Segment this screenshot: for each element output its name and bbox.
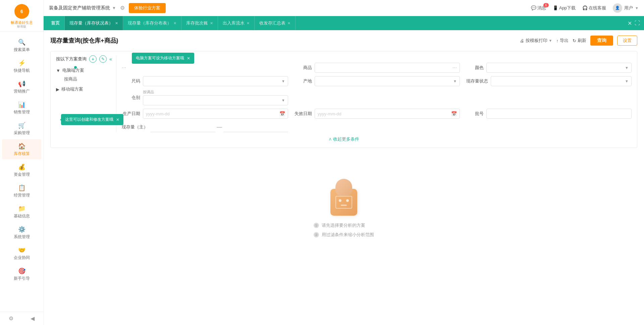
close-tab-icon[interactable]: ✕: [115, 21, 118, 25]
close-tab-icon[interactable]: ✕: [287, 21, 290, 25]
sidebar-item-guide[interactable]: 🎯 新手引导: [2, 264, 41, 284]
refresh-button[interactable]: ↻ 刷新: [573, 38, 586, 44]
stock-range-max[interactable]: [223, 122, 288, 132]
empty-state: ① 请先选择要分析的方案 ② 用过滤条件来缩小分析范围: [50, 152, 637, 265]
scheme-group-mobile-header[interactable]: ▶ 移动端方案: [56, 85, 112, 94]
size-select[interactable]: ▼: [143, 76, 288, 86]
basic-icon: 📁: [18, 205, 25, 212]
sidebar-item-sales[interactable]: 📊 销售管理: [2, 98, 41, 118]
sidebar-item-nav[interactable]: ⚡ 快捷导航: [2, 56, 41, 76]
close-all-icon[interactable]: ✕: [628, 20, 632, 26]
settings-icon[interactable]: ⚙: [9, 315, 13, 322]
marketing-icon: 📢: [18, 80, 25, 88]
field-empty-3: [293, 122, 460, 132]
sidebar-item-finance[interactable]: 💰 资金管理: [2, 160, 41, 180]
sidebar-item-system[interactable]: ⚙️ 系统管理: [2, 222, 41, 242]
close-tab-icon[interactable]: ✕: [210, 21, 213, 25]
tooltip-create-close[interactable]: ✕: [116, 117, 119, 122]
tab-summary[interactable]: 收发存汇总表 ✕: [255, 16, 296, 30]
tabs-bar-right: ✕ ⛶: [628, 20, 641, 26]
online-service-link[interactable]: 🎧 在线客服: [582, 5, 606, 11]
add-scheme-button[interactable]: +: [89, 55, 97, 63]
three-dots-icon[interactable]: ···: [122, 65, 126, 71]
field-batch: 批号: [465, 109, 632, 119]
tabs-bar: 首页 现存量（库存状况表） ✕ 现存量（库存分布表） ✕ 库存批次账 ✕ 出入库…: [44, 16, 644, 30]
user-chevron-icon: ▼: [635, 6, 639, 10]
stock-range-min[interactable]: [151, 122, 215, 132]
empty-illustration: [324, 179, 364, 216]
settings-gear-icon[interactable]: ⚙: [120, 5, 125, 11]
scheme-list: ▼ 电脑端方案 按商品 ▶ 移动端方案: [56, 66, 112, 94]
field-produce-date: 生产日期 yyyy-mm-dd 📅: [122, 109, 288, 119]
sidebar-item-inventory[interactable]: 🏠 库存核算: [2, 139, 41, 159]
expire-date-input[interactable]: yyyy-mm-dd 📅: [315, 109, 460, 119]
produce-date-input[interactable]: yyyy-mm-dd 📅: [143, 109, 288, 119]
export-button[interactable]: ↑ 导出: [556, 38, 569, 44]
sidebar-item-operation[interactable]: 📋 经营管理: [2, 181, 41, 201]
range-dash: —: [217, 124, 222, 130]
filter-row-5: 现存量（主） —: [122, 122, 632, 132]
field-stock-range: 现存量（主） —: [122, 122, 288, 132]
product-select[interactable]: ···: [315, 63, 460, 73]
empty-tip-2: ② 用过滤条件来缩小分析范围: [314, 232, 374, 238]
back-button[interactable]: «: [109, 56, 112, 62]
page-title: 现存量查询(按仓库+商品): [50, 37, 118, 45]
refresh-icon: ↻: [573, 38, 576, 43]
message-button[interactable]: 💬 消息 6: [531, 5, 546, 11]
tab-inventory-status[interactable]: 现存量（库存状况表） ✕: [65, 16, 123, 30]
stock-range-inputs: —: [151, 122, 288, 132]
inv-status-select[interactable]: ▼: [491, 76, 632, 86]
collapse-button[interactable]: ∧ 收起更多条件: [56, 136, 632, 142]
tab-batch-ledger[interactable]: 库存批次账 ✕: [181, 16, 218, 30]
collapse-icon[interactable]: ◀: [31, 315, 35, 322]
page-actions: 🖨 按模板打印 ▼ ↑ 导出 ↻ 刷新 查询 设置: [520, 36, 637, 46]
batch-input[interactable]: [486, 109, 632, 119]
sidebar-item-marketing[interactable]: 📢 营销推广: [2, 77, 41, 97]
search-icon: 🔍: [18, 39, 25, 46]
sidebar-bottom: ⚙ ◀: [0, 312, 43, 325]
close-tab-icon[interactable]: ✕: [247, 21, 250, 25]
operation-icon: 📋: [18, 184, 25, 192]
tooltip-pc: 电脑方案可设为移动方案哦 ✕: [132, 53, 194, 64]
sidebar-item-basic[interactable]: 📁 基础信息: [2, 202, 41, 222]
search-button[interactable]: 查询: [590, 36, 613, 46]
scheme-group-pc: ▼ 电脑端方案 按商品: [56, 66, 112, 84]
tooltip-pc-close[interactable]: ✕: [187, 56, 190, 61]
expand-icon[interactable]: ⛶: [635, 20, 640, 26]
color-select[interactable]: ▼: [486, 63, 632, 73]
trial-button[interactable]: 体验行业方案: [129, 3, 166, 13]
tab-inventory-dist[interactable]: 现存量（库存分布表） ✕: [123, 16, 181, 30]
avatar: 👤: [613, 3, 622, 13]
setting-button[interactable]: 设置: [617, 36, 637, 46]
origin-select[interactable]: ▼: [315, 76, 460, 86]
calendar-icon[interactable]: 📅: [279, 111, 285, 116]
app-download-link[interactable]: 📱 App下载: [553, 5, 576, 11]
scheme-group-pc-header[interactable]: ▼ 电脑端方案: [56, 66, 112, 75]
product-dots-icon: ···: [452, 65, 457, 71]
phone-icon: 📱: [553, 5, 558, 10]
print-icon: 🖨: [520, 38, 524, 43]
message-badge: 6: [543, 3, 549, 7]
arrow-down-icon: ▼: [56, 68, 60, 73]
sidebar-item-purchase[interactable]: 🛒 采购管理: [2, 118, 41, 139]
calendar-icon-2[interactable]: 📅: [451, 111, 457, 116]
field-empty-2: [465, 90, 632, 105]
size-chevron-icon: ▼: [281, 79, 285, 83]
collapse-up-icon: ∧: [328, 137, 333, 142]
edit-scheme-button[interactable]: ✎: [99, 55, 107, 63]
sidebar-item-search[interactable]: 🔍 搜索菜单: [2, 35, 41, 55]
empty-tip-1: ① 请先选择要分析的方案: [314, 222, 374, 228]
origin-chevron-icon: ▼: [453, 79, 457, 83]
sidebar-item-collab[interactable]: 🤝 企业协同: [2, 243, 41, 263]
user-area[interactable]: 👤 用户 ▼: [613, 3, 639, 13]
finance-icon: 💰: [18, 163, 25, 171]
tab-home[interactable]: 首页: [46, 16, 65, 30]
print-button[interactable]: 🖨 按模板打印 ▼: [520, 38, 552, 44]
tab-flow[interactable]: 出入库流水 ✕: [218, 16, 255, 30]
guide-icon: 🎯: [18, 267, 25, 275]
top-header: 装备及固定资产辅助管理系统 ▼ ⚙ 体验行业方案 💬 消息 6 📱 App下载 …: [44, 0, 644, 16]
scheme-item-by-goods[interactable]: 按商品: [56, 75, 112, 84]
close-tab-icon[interactable]: ✕: [173, 21, 176, 25]
field-warehouse: 仓别 按调品 ▼: [122, 90, 288, 105]
warehouse-select[interactable]: ▼: [143, 95, 288, 105]
